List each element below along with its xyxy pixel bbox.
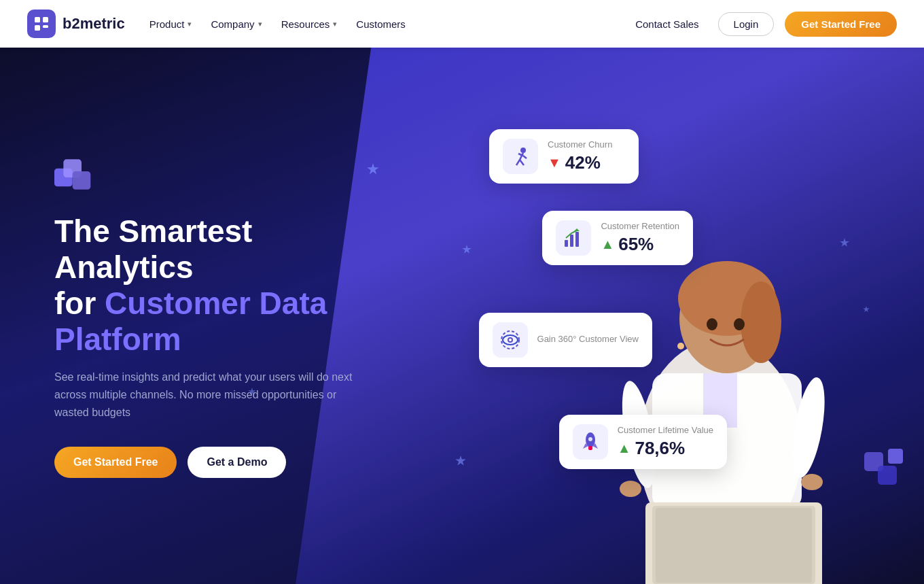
hero-3d-cubes-icon <box>54 154 109 201</box>
hero-title: The Smartest Analytics for Customer Data… <box>54 213 394 358</box>
company-menu[interactable]: Company ▾ <box>211 18 262 30</box>
nav-links: Product ▾ Company ▾ Resources ▾ Customer… <box>149 18 406 30</box>
360-card-icon <box>493 322 528 358</box>
churn-card-label: Customer Churn <box>548 139 612 150</box>
hero-demo-button[interactable]: Get a Demo <box>188 447 286 478</box>
ltv-card-label: Customer Lifetime Value <box>618 425 713 435</box>
svg-rect-34 <box>570 235 573 247</box>
churn-arrow-down-icon: ▼ <box>548 155 561 171</box>
hero-subtitle: See real-time insights and predict what … <box>54 368 353 422</box>
ltv-card-value: ▲ 78,6% <box>618 438 713 459</box>
ltv-arrow-up-icon: ▲ <box>618 441 631 456</box>
svg-rect-19 <box>656 508 812 583</box>
svg-line-32 <box>523 156 527 158</box>
svg-point-44 <box>588 437 592 441</box>
svg-rect-0 <box>35 17 40 22</box>
right-cubes-decoration <box>864 445 912 496</box>
svg-line-30 <box>520 160 524 165</box>
retention-card-label: Customer Retention <box>601 221 679 231</box>
retention-arrow-up-icon: ▲ <box>601 237 614 252</box>
svg-rect-26 <box>888 449 903 464</box>
nav-get-started-button[interactable]: Get Started Free <box>785 12 897 37</box>
svg-rect-45 <box>588 446 592 450</box>
resources-menu[interactable]: Resources ▾ <box>281 18 338 30</box>
ltv-card-info: Customer Lifetime Value ▲ 78,6% <box>618 425 713 459</box>
svg-point-27 <box>520 148 526 153</box>
logo-icon <box>27 10 56 38</box>
hero-content: The Smartest Analytics for Customer Data… <box>54 154 394 478</box>
svg-point-40 <box>509 339 512 341</box>
360-card-info: Gain 360° Customer View <box>537 334 639 347</box>
svg-rect-1 <box>43 17 48 22</box>
ltv-card-icon <box>573 424 608 460</box>
retention-card-icon <box>556 220 591 256</box>
resources-chevron-icon: ▾ <box>333 20 337 29</box>
svg-point-16 <box>801 474 823 490</box>
logo-text: b2metric <box>63 15 125 33</box>
contact-sales-button[interactable]: Contact Sales <box>627 13 707 35</box>
customer-retention-card: Customer Retention ▲ 65% <box>542 211 693 265</box>
svg-rect-33 <box>565 240 568 247</box>
product-chevron-icon: ▾ <box>188 20 192 29</box>
login-button[interactable]: Login <box>718 12 775 36</box>
logo-link[interactable]: b2metric <box>27 10 125 38</box>
svg-point-22 <box>707 318 717 330</box>
nav-right: Contact Sales Login Get Started Free <box>627 12 897 37</box>
company-chevron-icon: ▾ <box>258 20 262 29</box>
churn-card-icon <box>503 139 538 174</box>
hero-buttons: Get Started Free Get a Demo <box>54 447 394 478</box>
svg-rect-2 <box>35 25 40 31</box>
product-menu[interactable]: Product ▾ <box>149 18 192 30</box>
retention-card-info: Customer Retention ▲ 65% <box>601 221 679 255</box>
svg-point-23 <box>734 318 745 330</box>
churn-card-value: ▼ 42% <box>548 152 612 173</box>
customer-ltv-card: Customer Lifetime Value ▲ 78,6% <box>559 415 727 469</box>
hero-section: The Smartest Analytics for Customer Data… <box>0 48 924 584</box>
svg-point-15 <box>620 481 641 497</box>
hero-get-started-button[interactable]: Get Started Free <box>54 447 177 478</box>
customer-churn-card: Customer Churn ▼ 42% <box>489 129 639 184</box>
svg-rect-3 <box>43 25 48 28</box>
svg-marker-36 <box>574 228 580 231</box>
svg-rect-35 <box>575 232 579 247</box>
retention-card-value: ▲ 65% <box>601 234 679 255</box>
gain-360-card: Gain 360° Customer View <box>479 313 652 367</box>
nav-left: b2metric Product ▾ Company ▾ Resources ▾… <box>27 10 406 38</box>
navbar: b2metric Product ▾ Company ▾ Resources ▾… <box>0 0 924 48</box>
svg-rect-6 <box>73 171 91 190</box>
customers-link[interactable]: Customers <box>356 18 406 30</box>
svg-rect-25 <box>878 466 897 485</box>
svg-point-10 <box>741 281 781 363</box>
svg-line-29 <box>516 160 520 165</box>
360-card-label: Gain 360° Customer View <box>537 334 639 344</box>
churn-card-info: Customer Churn ▼ 42% <box>548 139 612 173</box>
svg-point-21 <box>677 343 684 349</box>
